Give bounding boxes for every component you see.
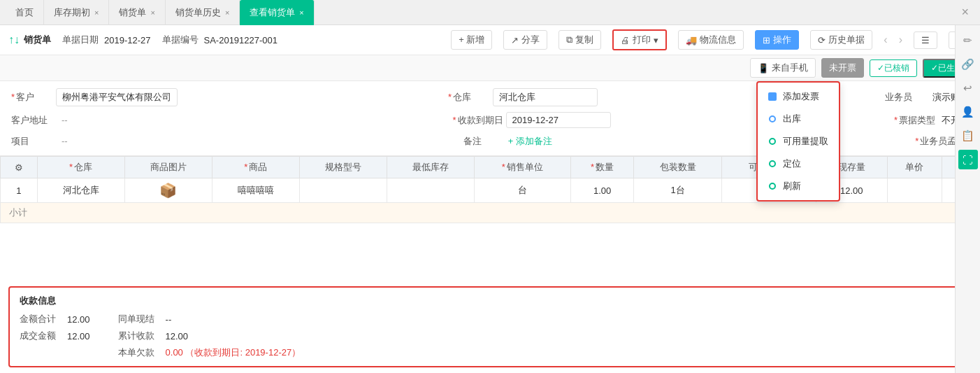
th-qty: 数量	[570, 157, 634, 178]
tab-view-sales-close[interactable]: ×	[299, 8, 303, 17]
phone-icon: 📱	[758, 63, 769, 73]
tab-sales-close[interactable]: ×	[150, 8, 154, 17]
th-unit: 销售单位	[474, 157, 570, 178]
dropdown-outbound[interactable]: 出库	[758, 108, 839, 130]
logistics-button[interactable]: 🚚 物流信息	[678, 30, 744, 50]
rs-link-icon[interactable]: 🔗	[958, 55, 978, 74]
check-icon2: ✓	[931, 63, 938, 73]
dropdown-refresh[interactable]: 刷新	[758, 175, 839, 197]
same-settle-value: --	[166, 314, 172, 325]
td-product: 嘻嘻嘻嘻	[212, 178, 299, 203]
view-list-button[interactable]: ☰	[914, 31, 937, 49]
project-value[interactable]: --	[56, 134, 161, 148]
th-min-stock: 最低库存	[387, 157, 474, 178]
toolbar2: 📱 来自手机 未开票 ✓ 已核销 ✓ 已生效	[0, 55, 980, 81]
operate-dropdown: 添加发票 出库 可用量提取 定位 刷新	[756, 81, 840, 202]
tab-view-sales-label: 查看销货单	[250, 6, 295, 19]
check-icon: ✓	[877, 63, 884, 73]
doc-title: ↑↓ 销货单	[8, 34, 51, 46]
subtotal-row: 小计	[1, 203, 980, 223]
share-button[interactable]: ↗ 分享	[503, 30, 547, 50]
ticket-type-label: 票据类型	[894, 114, 936, 127]
bottom-info-rows: 金额合计 12.00 成交金额 12.00 同单现结 -- 累计收款	[20, 313, 960, 359]
rs-user-icon[interactable]: 👤	[958, 102, 978, 122]
warehouse-value[interactable]: 河北仓库	[493, 88, 598, 106]
from-phone-button[interactable]: 📱 来自手机	[750, 58, 816, 78]
bottom-info: 收款信息 金额合计 12.00 成交金额 12.00 同单现结 --	[8, 286, 972, 367]
note-field: 备注 + 添加备注	[463, 135, 916, 148]
rs-fullscreen-icon[interactable]: ⛶	[958, 150, 978, 169]
same-settle-label: 同单现结	[118, 313, 160, 325]
warehouse-label: 仓库	[448, 91, 490, 104]
dropdown-locate[interactable]: 定位	[758, 153, 839, 175]
share-icon: ↗	[511, 35, 519, 45]
owe-amount-label: 本单欠款	[118, 346, 160, 359]
payment-date-label: 收款到期日	[453, 114, 503, 127]
print-button[interactable]: 🖨 打印 ▾	[612, 29, 667, 50]
td-pkg-qty: 1台	[634, 178, 721, 203]
deal-amount-label: 成交金额	[20, 330, 62, 342]
customer-value[interactable]: 柳州粤港平安气体有限公司	[56, 88, 178, 106]
owe-amount-row: 本单欠款 0.00 （收款到期日: 2019-12-27）	[118, 346, 301, 359]
accum-receipt-value: 12.00	[166, 331, 189, 342]
print-icon: 🖨	[621, 35, 630, 45]
not-open-button[interactable]: 未开票	[821, 58, 864, 78]
doc-header: ↑↓ 销货单 单据日期 2019-12-27 单据编号 SA-20191227-…	[0, 25, 980, 55]
th-pkg-qty: 包装数量	[634, 157, 721, 178]
tab-sales-label: 销货单	[119, 6, 146, 19]
refresh-icon	[768, 181, 777, 191]
dropdown-refresh-label: 刷新	[783, 180, 801, 192]
deal-amount-value: 12.00	[67, 331, 90, 342]
print-dropdown-icon: ▾	[654, 35, 658, 45]
rs-return-icon[interactable]: ↩	[958, 78, 978, 98]
tab-sales-history[interactable]: 销货单历史 ×	[166, 0, 240, 25]
tab-inventory[interactable]: 库存期初 ×	[44, 0, 109, 25]
history-button[interactable]: ⟳ 历史单据	[810, 30, 872, 50]
tab-sales[interactable]: 销货单 ×	[109, 0, 165, 25]
operate-button[interactable]: ⊞ 操作	[755, 30, 799, 50]
tab-sales-history-close[interactable]: ×	[225, 8, 229, 17]
address-value[interactable]: --	[56, 113, 161, 127]
tab-view-sales[interactable]: 查看销货单 ×	[240, 0, 314, 25]
copy-icon: ⧉	[566, 34, 572, 45]
doc-icon: ↑↓	[8, 34, 20, 46]
doc-no-label: 单据编号 SA-20191227-001	[162, 34, 278, 46]
dropdown-add-invoice[interactable]: 添加发票	[758, 85, 839, 108]
subtotal-label: 小计	[1, 203, 980, 223]
td-image: 📦	[124, 178, 212, 203]
th-image: 商品图片	[124, 157, 212, 178]
new-button[interactable]: + 新增	[451, 30, 492, 50]
accum-receipt-label: 累计收款	[118, 330, 160, 342]
customer-label: 客户	[11, 91, 53, 104]
total-amount-label: 金额合计	[20, 313, 62, 325]
th-warehouse: 仓库	[37, 157, 124, 178]
dropdown-avail-extract[interactable]: 可用量提取	[758, 130, 839, 153]
total-amount-row: 金额合计 12.00	[20, 313, 90, 325]
payment-date-value[interactable]: 2019-12-27	[506, 112, 611, 128]
accum-receipt-row: 累计收款 12.00	[118, 330, 301, 342]
tab-inventory-close[interactable]: ×	[94, 8, 99, 17]
tab-bar: 首页 库存期初 × 销货单 × 销货单历史 × 查看销货单 × ×	[0, 0, 980, 25]
note-label: 备注	[463, 135, 505, 148]
sold-badge[interactable]: ✓ 已核销	[870, 59, 917, 77]
customer-field: 客户 柳州粤港平安气体有限公司	[11, 88, 448, 106]
right-sidebar: ✏ 🔗 ↩ 👤 📋 ⛶	[955, 25, 980, 373]
doc-meta: 单据日期 2019-12-27 单据编号 SA-20191227-001	[62, 34, 278, 46]
tab-inventory-label: 库存期初	[54, 6, 90, 19]
same-settle-row: 同单现结 --	[118, 313, 301, 325]
bottom-info-right: 同单现结 -- 累计收款 12.00 本单欠款 0.00 （收款到期日: 201…	[118, 313, 301, 359]
th-settings[interactable]: ⚙	[1, 157, 38, 178]
tab-home[interactable]: 首页	[6, 0, 44, 25]
td-price	[887, 178, 942, 203]
outbound-icon	[768, 114, 777, 124]
td-spec	[299, 178, 387, 203]
rs-clipboard-icon[interactable]: 📋	[958, 126, 978, 146]
copy-button[interactable]: ⧉ 复制	[559, 30, 601, 50]
tab-bar-close-button[interactable]: ×	[956, 5, 974, 20]
dropdown-avail-label: 可用量提取	[783, 135, 828, 148]
add-note-button[interactable]: + 添加备注	[508, 135, 552, 148]
rs-edit-icon[interactable]: ✏	[958, 31, 978, 50]
th-spec: 规格型号	[299, 157, 387, 178]
add-invoice-icon	[768, 92, 777, 101]
td-unit: 台	[474, 178, 570, 203]
